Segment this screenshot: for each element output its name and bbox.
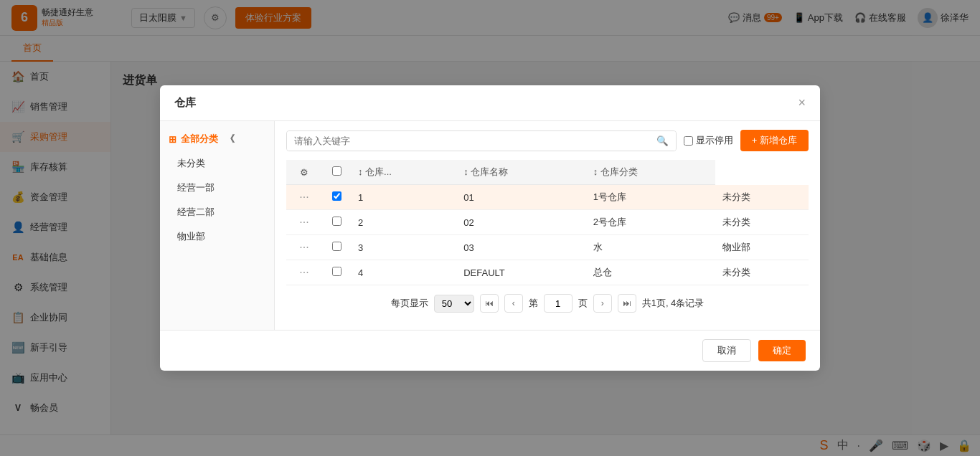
table-row[interactable]: ··· 1 01 1号仓库 未分类 <box>286 185 809 210</box>
row-action-button[interactable]: ··· <box>299 266 308 279</box>
col-header-gear: ⚙ <box>286 160 322 185</box>
row-name-cell: 1号仓库 <box>586 185 716 210</box>
row-checkbox-cell <box>322 210 351 235</box>
modal-close-button[interactable]: × <box>798 95 806 110</box>
prev-page-button[interactable]: ‹ <box>504 294 523 313</box>
row-checkbox-cell <box>322 260 351 285</box>
cancel-button[interactable]: 取消 <box>702 339 751 362</box>
grid-icon: ⊞ <box>169 134 176 145</box>
category-operation1[interactable]: 经营一部 <box>160 176 274 200</box>
table-container: ⚙ ↕ 仓库... ↕ 仓库名称 ↕ 仓库分类 <box>286 160 809 285</box>
modal-footer: 取消 确定 <box>160 330 820 371</box>
row-code-cell: 03 <box>456 235 586 260</box>
category-unclassified[interactable]: 未分类 <box>160 151 274 176</box>
modal-title: 仓库 <box>174 96 196 110</box>
warehouse-modal: 仓库 × ⊞ 全部分类 《 未分类 经营一部 经营二部 物业部 🔍 <box>160 85 820 371</box>
row-checkbox[interactable] <box>332 217 341 226</box>
row-checkbox[interactable] <box>332 191 341 201</box>
col-header-category: ↕ 仓库分类 <box>586 160 716 185</box>
row-checkbox-cell <box>322 235 351 260</box>
next-page-button[interactable]: › <box>593 294 612 313</box>
first-page-button[interactable]: ⏮ <box>480 294 499 313</box>
pagination-bar: 每页显示 50 10 20 100 ⏮ ‹ 第 页 › ⏭ 共1页, 4条记录 <box>286 285 809 321</box>
add-warehouse-button[interactable]: + 新增仓库 <box>740 130 809 151</box>
show-disabled-checkbox[interactable] <box>684 136 693 146</box>
modal-header: 仓库 × <box>160 85 820 121</box>
table-row[interactable]: ··· 3 03 水 物业部 <box>286 235 809 260</box>
warehouse-table: ⚙ ↕ 仓库... ↕ 仓库名称 ↕ 仓库分类 <box>286 160 809 285</box>
per-page-label: 每页显示 <box>391 297 428 310</box>
row-num-cell: 2 <box>351 210 456 235</box>
row-gear-cell: ··· <box>286 235 322 260</box>
row-num-cell: 1 <box>351 185 456 210</box>
row-code-cell: 01 <box>456 185 586 210</box>
row-category-cell: 物业部 <box>715 235 809 260</box>
confirm-button[interactable]: 确定 <box>758 340 806 361</box>
table-row[interactable]: ··· 2 02 2号仓库 未分类 <box>286 210 809 235</box>
row-checkbox[interactable] <box>332 267 341 276</box>
modal-body: ⊞ 全部分类 《 未分类 经营一部 经营二部 物业部 🔍 显示停用 + <box>160 121 820 330</box>
row-gear-cell: ··· <box>286 210 322 235</box>
table-body: ··· 1 01 1号仓库 未分类 ··· 2 02 2号仓库 未分类 ··· … <box>286 185 809 285</box>
table-panel: 🔍 显示停用 + 新增仓库 ⚙ <box>275 121 820 330</box>
row-checkbox-cell <box>322 185 351 210</box>
category-panel: ⊞ 全部分类 《 未分类 经营一部 经营二部 物业部 <box>160 121 275 330</box>
category-property[interactable]: 物业部 <box>160 224 274 249</box>
col-header-code: ↕ 仓库... <box>351 160 456 185</box>
row-num-cell: 3 <box>351 235 456 260</box>
row-name-cell: 总仓 <box>586 260 716 285</box>
page-label: 页 <box>578 297 588 310</box>
col-header-checkbox <box>322 160 351 185</box>
table-header-row: ⚙ ↕ 仓库... ↕ 仓库名称 ↕ 仓库分类 <box>286 160 809 185</box>
search-button[interactable]: 🔍 <box>649 131 676 151</box>
page-word: 第 <box>529 297 538 310</box>
row-category-cell: 未分类 <box>715 210 809 235</box>
category-all-label: 全部分类 <box>181 133 218 146</box>
show-disabled-label: 显示停用 <box>684 134 733 147</box>
page-size-select[interactable]: 50 10 20 100 <box>434 295 474 313</box>
row-num-cell: 4 <box>351 260 456 285</box>
show-disabled-text: 显示停用 <box>696 134 733 147</box>
row-action-button[interactable]: ··· <box>299 241 308 254</box>
row-code-cell: DEFAULT <box>456 260 586 285</box>
pagination-summary: 共1页, 4条记录 <box>642 297 705 310</box>
category-collapse-button[interactable]: 《 <box>222 133 237 146</box>
row-category-cell: 未分类 <box>715 185 809 210</box>
select-all-checkbox[interactable] <box>332 166 341 176</box>
row-action-button[interactable]: ··· <box>299 191 308 204</box>
search-box: 🔍 <box>286 130 677 151</box>
table-toolbar: 🔍 显示停用 + 新增仓库 <box>286 130 809 151</box>
row-code-cell: 02 <box>456 210 586 235</box>
row-gear-cell: ··· <box>286 185 322 210</box>
row-checkbox[interactable] <box>332 242 341 251</box>
category-operation2[interactable]: 经营二部 <box>160 200 274 224</box>
category-all[interactable]: ⊞ 全部分类 《 <box>160 127 274 151</box>
row-action-button[interactable]: ··· <box>299 216 308 229</box>
search-input[interactable] <box>287 131 649 151</box>
row-gear-cell: ··· <box>286 260 322 285</box>
table-row[interactable]: ··· 4 DEFAULT 总仓 未分类 <box>286 260 809 285</box>
row-name-cell: 2号仓库 <box>586 210 716 235</box>
last-page-button[interactable]: ⏭ <box>618 294 636 313</box>
page-number-input[interactable] <box>544 294 573 313</box>
row-category-cell: 未分类 <box>715 260 809 285</box>
col-header-name: ↕ 仓库名称 <box>456 160 586 185</box>
row-name-cell: 水 <box>586 235 716 260</box>
